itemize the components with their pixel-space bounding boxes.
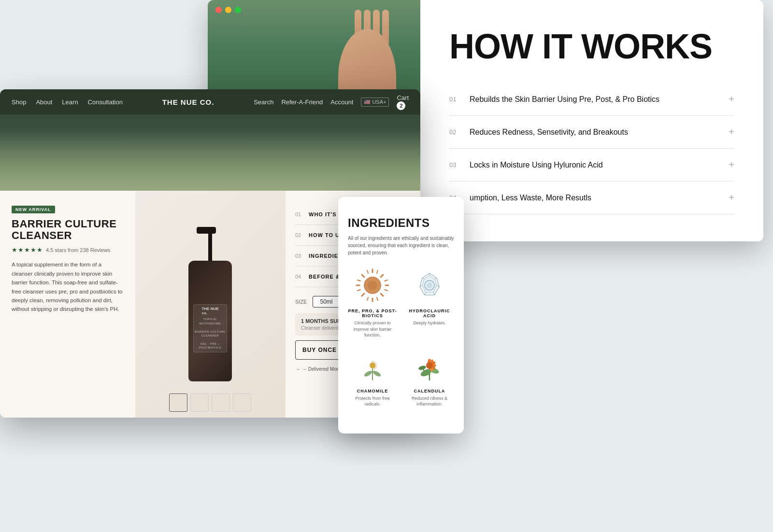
- svg-line-8: [381, 275, 383, 277]
- how-works-text-1: Rebuilds the Skin Barrier Using Pre, Pos…: [470, 95, 659, 104]
- bottle-pump: [208, 227, 212, 266]
- minimize-button[interactable]: [225, 7, 231, 13]
- expand-icon-3[interactable]: +: [729, 159, 734, 170]
- arrow-icon-1: →: [295, 366, 300, 372]
- how-works-text-4: umption, Less Waste, More Resutls: [470, 194, 591, 202]
- svg-line-16: [385, 290, 387, 291]
- nav-about[interactable]: About: [36, 98, 52, 106]
- thumb-3[interactable]: [212, 393, 230, 412]
- ingredient-calendula: CALENDULA Reduced rdness & inflammation.: [405, 346, 454, 407]
- expand-icon-1[interactable]: +: [729, 94, 734, 105]
- how-works-num-3: 03: [449, 161, 461, 168]
- product-bottle: THE NUEco. TOPICALMICROBIOMEBARRIER CULT…: [172, 227, 249, 381]
- svg-line-29: [422, 278, 424, 279]
- svg-line-18: [377, 297, 378, 300]
- how-works-row-left-2: 02 Reduces Redness, Sensetivity, and Bre…: [449, 128, 628, 137]
- probiotics-desc: Clinically proven to improve skin barrie…: [348, 320, 397, 338]
- thumb-4[interactable]: [233, 393, 251, 412]
- chamomile-desc: Protects from free radicals.: [348, 395, 397, 407]
- svg-point-32: [372, 370, 382, 378]
- nav-refer[interactable]: Refer-A-Friend: [281, 98, 323, 106]
- nav-account[interactable]: Account: [330, 98, 353, 106]
- svg-line-9: [362, 294, 364, 296]
- calendula-desc: Reduced rdness & inflammation.: [405, 395, 454, 407]
- svg-marker-22: [422, 276, 437, 293]
- accordion-num-3: 03: [295, 253, 305, 259]
- nav-cart[interactable]: Cart 2: [397, 94, 409, 110]
- svg-point-44: [418, 365, 427, 371]
- how-works-row-left-3: 03 Locks in Moisture Using Hyluronic Aci…: [449, 161, 603, 169]
- rating-row: ★★★★★ 4.5 stars from 238 Reviews: [12, 246, 124, 253]
- svg-line-13: [358, 280, 360, 281]
- chamomile-name: CHAMOMILE: [357, 389, 388, 393]
- how-works-row-2[interactable]: 02 Reduces Redness, Sensetivity, and Bre…: [449, 116, 734, 149]
- ingredient-hydroclauric: HYDROCLAURIC ACID Deeply hydrates.: [405, 266, 454, 338]
- product-description: A topical supplement in the form of a cl…: [12, 260, 124, 313]
- how-works-row-left-4: 04 umption, Less Waste, More Resutls: [449, 194, 591, 202]
- how-works-row-1[interactable]: 01 Rebuilds the Skin Barrier Using Pre, …: [449, 83, 734, 116]
- thumbnail-strip: [169, 393, 251, 412]
- expand-icon-4[interactable]: +: [729, 192, 734, 203]
- main-navigation: Shop About Learn Consultation THE NUE CO…: [0, 89, 420, 114]
- bottle-logo: THE NUEco.: [201, 307, 218, 315]
- nav-search[interactable]: Search: [254, 98, 273, 106]
- nav-left: Shop About Learn Consultation: [12, 98, 123, 106]
- bottle-body: THE NUEco. TOPICALMICROBIOMEBARRIER CULT…: [188, 261, 232, 381]
- svg-point-2: [368, 280, 377, 290]
- how-it-works-panel: HOW IT WORKS 01 Rebuilds the Skin Barrie…: [420, 0, 763, 241]
- how-works-row-4[interactable]: 04 umption, Less Waste, More Resutls +: [449, 182, 734, 214]
- product-info-left: NEW ARRIVAL BARRIER CULTURE CLEANSER ★★★…: [0, 191, 135, 418]
- traffic-lights-back: [215, 7, 241, 13]
- product-title: BARRIER CULTURE CLEANSER: [12, 218, 124, 241]
- size-50ml[interactable]: 50ml: [313, 296, 340, 308]
- ingredient-chamomile: CHAMOMILE Protects from free radicals.: [348, 346, 397, 407]
- close-button[interactable]: [215, 7, 222, 13]
- brand-name: THE NUE CO.: [162, 98, 215, 106]
- ingredients-description: All of our ingredients are ethically and…: [348, 235, 454, 256]
- size-label: SIZE: [295, 299, 307, 305]
- bottle-label: THE NUEco. TOPICALMICROBIOMEBARRIER CULT…: [193, 304, 227, 352]
- review-count: 4.5 stars from 238 Reviews: [46, 247, 110, 253]
- svg-point-31: [363, 370, 373, 378]
- hydroclauric-icon: [410, 266, 449, 305]
- calendula-icon: [410, 346, 449, 385]
- nav-shop[interactable]: Shop: [12, 98, 26, 106]
- svg-line-7: [362, 275, 364, 277]
- cart-count: 2: [397, 101, 405, 110]
- svg-point-39: [370, 363, 375, 368]
- probiotics-name: PRE, PRO, & POST-BIOTICS: [348, 308, 397, 318]
- thumb-1[interactable]: [169, 393, 187, 412]
- how-it-works-title: HOW IT WORKS: [449, 29, 734, 64]
- accordion-num-1: 01: [295, 211, 305, 217]
- new-arrival-badge: NEW ARRIVAL: [12, 206, 55, 213]
- hydroclauric-name: HYDROCLAURIC ACID: [405, 308, 454, 318]
- how-works-num-2: 02: [449, 128, 461, 136]
- ingredients-content: INGREDIENTS All of our ingredients are e…: [338, 197, 464, 417]
- cart-label: Cart: [397, 94, 409, 101]
- calendula-name: CALENDULA: [414, 389, 445, 393]
- thumb-2[interactable]: [190, 393, 209, 412]
- bottle-pump-head: [197, 227, 216, 234]
- svg-line-14: [358, 290, 360, 291]
- svg-line-12: [377, 270, 378, 273]
- bottle-label-text: TOPICALMICROBIOMEBARRIER CULTURECLEANSER…: [194, 317, 227, 350]
- star-rating: ★★★★★: [12, 246, 43, 253]
- nav-learn[interactable]: Learn: [62, 98, 78, 106]
- chamomile-icon: [353, 346, 392, 385]
- svg-line-10: [381, 294, 383, 296]
- maximize-button[interactable]: [235, 7, 241, 13]
- how-works-text-2: Reduces Redness, Sensetivity, and Breako…: [470, 128, 628, 137]
- ingredients-grid: PRE, PRO, & POST-BIOTICS Clinically prov…: [348, 266, 454, 407]
- road-overlay: [0, 142, 420, 191]
- how-works-num-1: 01: [449, 96, 461, 103]
- nav-consultation[interactable]: Consultation: [88, 98, 123, 106]
- country-flag[interactable]: 🇺🇸 USA+: [361, 98, 389, 107]
- how-works-row-3[interactable]: 03 Locks in Moisture Using Hyluronic Aci…: [449, 149, 734, 182]
- expand-icon-2[interactable]: +: [729, 126, 734, 138]
- how-works-text-3: Locks in Moisture Using Hyluronic Acid: [470, 161, 603, 169]
- svg-line-24: [435, 278, 437, 279]
- buy-once-label: BUY ONCE: [302, 347, 337, 353]
- hydroclauric-desc: Deeply hydrates.: [413, 320, 446, 326]
- product-image-area: THE NUEco. TOPICALMICROBIOMEBARRIER CULT…: [135, 191, 285, 418]
- svg-line-11: [367, 270, 368, 273]
